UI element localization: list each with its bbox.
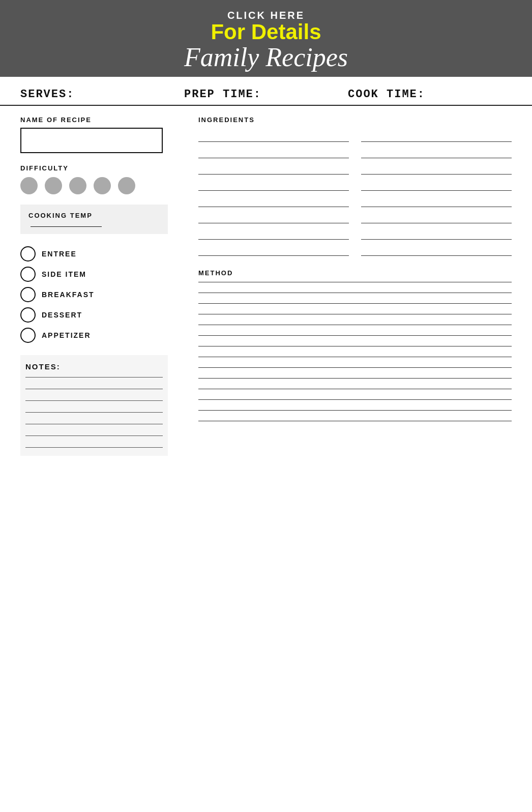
ingredient-line-1 [198, 128, 349, 142]
difficulty-dot-4[interactable] [94, 177, 111, 194]
notes-label: NOTES: [25, 362, 160, 371]
ingredient-line-9 [198, 193, 349, 207]
category-dessert-label: DESSERT [42, 311, 82, 319]
difficulty-label: DIFFICULTY [20, 164, 183, 172]
method-line-11 [198, 389, 512, 389]
category-breakfast[interactable]: BREAKFAST [20, 287, 183, 302]
ingredients-section: INGREDIENTS [198, 116, 512, 256]
notes-lines [25, 377, 160, 448]
method-line-7 [198, 346, 512, 346]
radio-entree[interactable] [20, 246, 36, 262]
method-line-1 [198, 282, 512, 282]
method-line-12 [198, 399, 512, 400]
method-line-4 [198, 314, 512, 314]
header: CLICK HERE For Details Family Recipes [0, 0, 532, 77]
category-breakfast-label: BREAKFAST [42, 291, 95, 299]
notes-line-4 [25, 412, 163, 413]
category-entree[interactable]: ENTREE [20, 246, 183, 262]
difficulty-dot-1[interactable] [20, 177, 38, 194]
difficulty-section: DIFFICULTY [20, 164, 183, 194]
category-entree-label: ENTREE [42, 250, 77, 258]
method-lines [198, 282, 512, 421]
ingredient-line-8 [361, 177, 512, 191]
cooking-temp-label: COOKING TEMP [28, 212, 93, 219]
ingredient-line-15 [198, 242, 349, 256]
difficulty-dot-3[interactable] [69, 177, 86, 194]
ingredient-line-7 [198, 177, 349, 191]
main-content: NAME OF RECIPE DIFFICULTY COOKING TEMP E… [0, 106, 532, 466]
left-column: NAME OF RECIPE DIFFICULTY COOKING TEMP E… [20, 116, 183, 456]
ingredients-label: INGREDIENTS [198, 116, 512, 124]
category-dessert[interactable]: DESSERT [20, 307, 183, 323]
method-line-8 [198, 357, 512, 357]
radio-appetizer[interactable] [20, 328, 36, 343]
ingredient-line-14 [361, 225, 512, 240]
method-line-10 [198, 378, 512, 379]
method-line-14 [198, 421, 512, 421]
category-appetizer-label: APPETIZER [42, 331, 91, 339]
method-line-3 [198, 303, 512, 304]
method-line-13 [198, 410, 512, 411]
category-side-item[interactable]: SIDE ITEM [20, 267, 183, 282]
ingredient-line-12 [361, 209, 512, 223]
cook-time-label: COOK TIME: [348, 88, 512, 101]
ingredients-grid [198, 128, 512, 256]
radio-side-item[interactable] [20, 267, 36, 282]
method-line-9 [198, 367, 512, 368]
cooking-temp-line [31, 226, 102, 227]
meta-row: SERVES: PREP TIME: COOK TIME: [0, 77, 532, 106]
ingredient-line-5 [198, 160, 349, 175]
for-details-text: For Details [0, 21, 532, 43]
ingredient-line-3 [198, 144, 349, 158]
radio-breakfast[interactable] [20, 287, 36, 302]
notes-line-6 [25, 436, 163, 436]
method-line-2 [198, 293, 512, 293]
method-label: METHOD [198, 269, 512, 277]
difficulty-dots [20, 177, 183, 194]
name-of-recipe-label: NAME OF RECIPE [20, 116, 183, 124]
method-section: METHOD [198, 269, 512, 421]
notes-section: NOTES: [20, 355, 168, 456]
radio-dessert[interactable] [20, 307, 36, 323]
ingredient-line-11 [198, 209, 349, 223]
category-side-item-label: SIDE ITEM [42, 270, 86, 278]
recipe-name-input[interactable] [20, 128, 163, 153]
serves-label: SERVES: [20, 88, 184, 101]
notes-line-2 [25, 389, 163, 389]
ingredient-line-4 [361, 144, 512, 158]
notes-line-3 [25, 400, 163, 401]
method-line-6 [198, 335, 512, 336]
ingredient-line-13 [198, 225, 349, 240]
notes-line-5 [25, 424, 163, 424]
category-list: ENTREE SIDE ITEM BREAKFAST DESSERT APPET… [20, 246, 183, 343]
cooking-temp-box: COOKING TEMP [20, 205, 168, 234]
notes-line-1 [25, 377, 163, 378]
ingredient-line-10 [361, 193, 512, 207]
notes-line-7 [25, 447, 163, 448]
ingredient-line-16 [361, 242, 512, 256]
family-recipes-title: Family Recipes [0, 43, 532, 72]
right-column: INGREDIENTS METHOD [198, 116, 512, 456]
method-line-5 [198, 325, 512, 325]
difficulty-dot-2[interactable] [45, 177, 62, 194]
prep-time-label: PREP TIME: [184, 88, 348, 101]
difficulty-dot-5[interactable] [118, 177, 135, 194]
category-appetizer[interactable]: APPETIZER [20, 328, 183, 343]
ingredient-line-6 [361, 160, 512, 175]
ingredient-line-2 [361, 128, 512, 142]
